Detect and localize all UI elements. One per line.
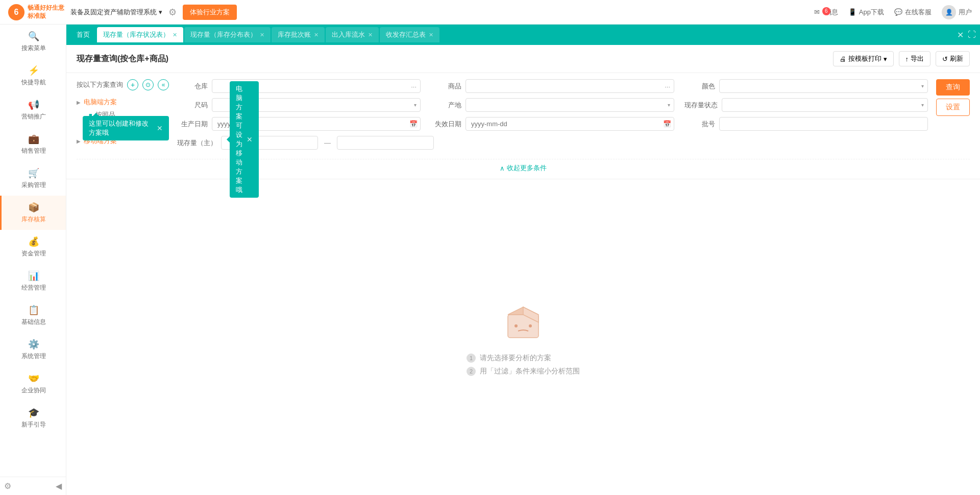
goods-input[interactable] — [465, 79, 674, 93]
quick-nav-icon: ⚡ — [28, 65, 39, 76]
template-print-btn[interactable]: 🖨 按模板打印 ▾ — [833, 51, 894, 66]
sidebar-item-purchase[interactable]: 🛒 采购管理 — [0, 161, 66, 196]
filter-row1: 仓库 ··· 商品 ··· — [177, 79, 928, 93]
step1-text: 请先选择要分析的方案 — [480, 353, 551, 363]
system-dropdown[interactable]: 装备及固定资产辅助管理系统 ▾ — [70, 8, 162, 17]
batch-label: 批号 — [684, 120, 715, 129]
sidebar-item-marketing[interactable]: 📢 营销推广 — [0, 93, 66, 127]
sidebar-item-base-info[interactable]: 📋 基础信息 — [0, 298, 66, 333]
refresh-btn[interactable]: ↺ 刷新 — [936, 51, 970, 66]
filter-row2: 尺码 ▾ 产地 — [177, 98, 928, 112]
stock-qty-end-input[interactable] — [337, 136, 434, 150]
sidebar-item-search[interactable]: 🔍 搜索菜单 — [0, 25, 66, 59]
color-field: 颜色 ▾ — [684, 79, 928, 93]
tab-close-icon2[interactable]: ✕ — [260, 32, 264, 38]
search-buttons: 查询 设置 — [936, 79, 970, 116]
sidebar-label-system: 系统管理 — [21, 352, 46, 361]
settings-bottom-icon[interactable]: ⚙ — [4, 481, 11, 491]
tab-close-icon4[interactable]: ✕ — [368, 32, 373, 38]
online-service-label: 在线客服 — [905, 8, 932, 17]
plan-selector: 按以下方案查询 + ⊙ « 电脑方案可设为移动方案哦 ✕ 这里可以创建和 — [77, 79, 169, 153]
tab-close-icon3[interactable]: ✕ — [314, 32, 318, 38]
inventory-icon: 📦 — [28, 202, 39, 213]
tab-close-all-btn[interactable]: ✕ — [957, 30, 964, 40]
batch-input[interactable] — [719, 117, 928, 131]
stock-qty-field: 现存量（主） — — [177, 136, 434, 150]
page-actions: 🖨 按模板打印 ▾ ↑ 导出 ↺ 刷新 — [833, 51, 970, 66]
logo-text-line2: 标准版 — [28, 12, 64, 20]
sidebar-item-finance[interactable]: 💰 资金管理 — [0, 230, 66, 264]
app-download-label: App下载 — [859, 8, 884, 17]
tooltip-close-btn[interactable]: ✕ — [247, 135, 253, 144]
top-bar-right: ✉ 6 消息 📱 App下载 💬 在线客服 👤 用户 — [814, 5, 972, 19]
tab-close-icon5[interactable]: ✕ — [429, 32, 433, 38]
stock-status-select[interactable] — [722, 98, 928, 112]
sidebar: 🔍 搜索菜单 ⚡ 快捷导航 📢 营销推广 💼 销售管理 🛒 采购管理 — [0, 25, 66, 495]
sidebar-item-operations[interactable]: 📊 经营管理 — [0, 264, 66, 298]
purchase-icon: 🛒 — [28, 168, 39, 179]
warehouse-dots[interactable]: ··· — [411, 82, 416, 90]
sidebar-label-inventory: 库存核算 — [21, 215, 46, 224]
sidebar-label-search: 搜索菜单 — [21, 44, 46, 53]
tab-batch-account[interactable]: 库存批次账 ✕ — [272, 27, 325, 42]
system-icon: ⚙️ — [28, 339, 39, 350]
sidebar-item-cooperation[interactable]: 🤝 企业协同 — [0, 367, 66, 401]
tab-close-icon[interactable]: ✕ — [173, 32, 177, 38]
expire-date-calendar-icon[interactable]: 📅 — [663, 120, 671, 128]
user-avatar: 👤 — [942, 5, 956, 19]
cooperation-icon: 🤝 — [28, 373, 39, 384]
warehouse-label: 仓库 — [177, 82, 208, 91]
online-service-item[interactable]: 💬 在线客服 — [894, 8, 932, 17]
user-item[interactable]: 👤 用户 — [942, 5, 972, 19]
refresh-icon: ↺ — [942, 55, 948, 63]
tooltip-desktop: 电脑方案可设为移动方案哦 ✕ — [230, 81, 259, 198]
expire-date-start-input[interactable] — [465, 117, 674, 131]
sidebar-item-system[interactable]: ⚙️ 系统管理 — [0, 333, 66, 367]
desktop-plan-item[interactable]: ▶ 电脑端方案 — [77, 96, 169, 109]
stock-qty-label: 现存量（主） — [177, 138, 217, 148]
message-icon: ✉ — [814, 8, 820, 16]
reset-btn[interactable]: 设置 — [936, 99, 970, 116]
tab-in-out-flow[interactable]: 出入库流水 ✕ — [326, 27, 379, 42]
sidebar-label-operations: 经营管理 — [21, 284, 46, 292]
tab-summary[interactable]: 收发存汇总表 ✕ — [380, 27, 439, 42]
sidebar-item-quick-nav[interactable]: ⚡ 快捷导航 — [0, 59, 66, 93]
tab-inventory-status[interactable]: 现存量（库存状况表） ✕ — [97, 27, 183, 42]
finance-icon: 💰 — [28, 236, 39, 247]
app-download-item[interactable]: 📱 App下载 — [848, 8, 884, 17]
industry-btn[interactable]: 体验行业方案 — [183, 5, 237, 20]
filter-copy-btn[interactable]: ⊙ — [142, 79, 154, 90]
search-btn[interactable]: 查询 — [936, 79, 970, 96]
color-select[interactable] — [719, 79, 928, 93]
expire-date-field: 失效日期 📅 — [431, 117, 674, 131]
goods-field: 商品 ··· — [431, 79, 674, 93]
empty-state: 1 请先选择要分析的方案 2 用「过滤」条件来缩小分析范围 — [66, 179, 980, 495]
tooltip-close-edit-btn[interactable]: ✕ — [157, 124, 163, 132]
goods-dots[interactable]: ··· — [665, 82, 670, 90]
stock-qty-dash: — — [322, 139, 333, 147]
filter-fields: 仓库 ··· 商品 ··· — [177, 79, 928, 155]
sidebar-item-guide[interactable]: 🎓 新手引导 — [0, 401, 66, 435]
filter-add-btn[interactable]: + — [127, 79, 138, 90]
origin-select[interactable] — [465, 98, 674, 112]
tab-fullscreen-btn[interactable]: ⛶ — [968, 30, 976, 39]
guide-icon: 🎓 — [28, 407, 39, 418]
tab-home[interactable]: 首页 — [70, 27, 96, 42]
empty-steps: 1 请先选择要分析的方案 2 用「过滤」条件来缩小分析范围 — [467, 353, 580, 380]
collapse-sidebar-icon[interactable]: ◀ — [56, 481, 62, 491]
sidebar-item-inventory[interactable]: 📦 库存核算 — [0, 196, 66, 230]
tab-inventory-dist[interactable]: 现存量（库存分布表） ✕ — [184, 27, 271, 42]
filter-header: 按以下方案查询 + ⊙ « — [77, 79, 169, 90]
svg-point-3 — [514, 324, 518, 327]
filter-back-btn[interactable]: « — [158, 79, 169, 90]
produce-date-start-calendar-icon[interactable]: 📅 — [409, 120, 418, 128]
step2-num: 2 — [467, 367, 476, 376]
export-btn[interactable]: ↑ 导出 — [899, 51, 931, 66]
settings-icon[interactable]: ⚙ — [168, 7, 177, 18]
content-area: 首页 现存量（库存状况表） ✕ 现存量（库存分布表） ✕ 库存批次账 ✕ 出入库… — [66, 25, 980, 495]
collapse-btn[interactable]: ∧ 收起更多条件 — [500, 163, 547, 173]
sidebar-item-sales[interactable]: 💼 销售管理 — [0, 127, 66, 161]
collapse-row: ∧ 收起更多条件 — [77, 159, 970, 173]
produce-date-label: 生产日期 — [177, 120, 208, 129]
message-item[interactable]: ✉ 6 消息 — [814, 8, 838, 17]
